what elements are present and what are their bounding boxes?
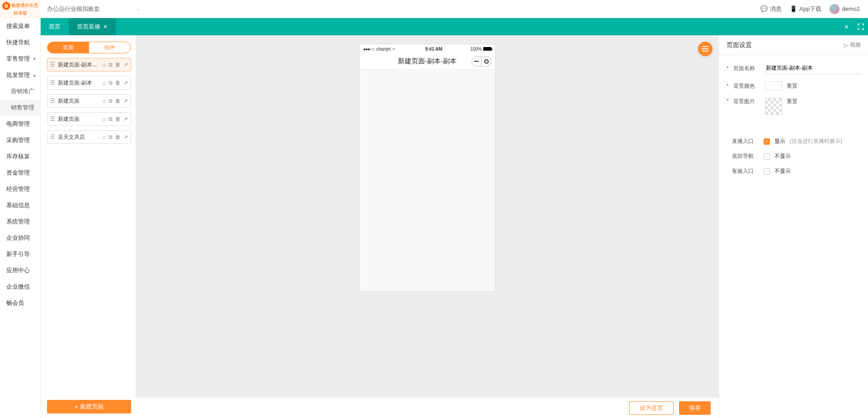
sidebar-item-appcenter[interactable]: 应用中心 xyxy=(0,262,40,279)
delete-icon[interactable]: 🗑 xyxy=(115,80,121,86)
more-icon[interactable]: ••• xyxy=(472,57,481,66)
home-icon[interactable]: ⌂ xyxy=(103,62,106,68)
drag-icon[interactable]: ☰ xyxy=(50,62,55,68)
reset-bg-image[interactable]: 重置 xyxy=(787,98,797,105)
live-show-label: 显示 xyxy=(774,138,785,145)
settings-body: * 页面名称 * 背景颜色 重置 * 背景图片 重置 直播入口 ✓ 显示 xyxy=(719,55,868,182)
topbar-right: 💬 消息 📱 App下载 demo2 xyxy=(760,4,868,14)
tabstrip-close-button[interactable]: ✕ xyxy=(839,18,854,35)
home-icon[interactable]: ⌂ xyxy=(103,134,106,140)
delete-icon[interactable]: 🗑 xyxy=(115,134,121,140)
settings-panel: 页面设置 ▷ 视频 * 页面名称 * 背景颜色 重置 * 背景图片 xyxy=(719,35,868,418)
app-download-button[interactable]: 📱 App下载 xyxy=(790,5,821,13)
fullscreen-button[interactable] xyxy=(854,18,868,35)
sidebar-item-retail[interactable]: 零售管理 xyxy=(0,51,40,67)
messages-button[interactable]: 💬 消息 xyxy=(760,5,782,13)
required-mark: * xyxy=(726,65,729,71)
copy-icon[interactable]: ⧉ xyxy=(108,98,113,104)
new-page-button[interactable]: + 新建页面 xyxy=(47,400,131,413)
sidebar-item-ecommerce[interactable]: 电商管理 xyxy=(0,116,40,132)
brand-name: 畅捷通好生意 xyxy=(11,2,38,9)
tab-home[interactable]: 首页 xyxy=(41,18,69,35)
sidebar-item-newbie[interactable]: 新手引导 xyxy=(0,246,40,262)
drag-icon[interactable]: ☰ xyxy=(50,116,55,122)
home-icon[interactable]: ⌂ xyxy=(103,98,106,104)
share-icon[interactable]: ↗ xyxy=(123,116,128,122)
battery: 100% xyxy=(470,47,491,52)
page-row[interactable]: ☰ 新建页面 ⌂ ⧉ 🗑 ↗ xyxy=(47,94,131,108)
label-cs-entry: 客服入口 xyxy=(732,167,759,175)
video-help-button[interactable]: ▷ 视频 xyxy=(844,41,861,49)
phone-page-title: 新建页面-副本-副本 xyxy=(398,57,457,66)
drag-icon[interactable]: ☰ xyxy=(50,98,55,104)
sidebar-item-purchase[interactable]: 采购管理 xyxy=(0,132,40,148)
page-list-panel: 页面 组件 ☰ 新建页面-副本... ⌂ ⧉ 🗑 ↗ ☰ 新建页面-副本 ⌂ ⧉… xyxy=(41,35,136,418)
chevron-down-icon: ⌄ xyxy=(136,6,140,12)
share-icon[interactable]: ↗ xyxy=(123,62,128,68)
page-name-input[interactable] xyxy=(765,62,861,74)
target-icon[interactable] xyxy=(481,57,491,66)
reset-bg-color[interactable]: 重置 xyxy=(787,82,797,90)
page-row[interactable]: ☰ 新建页面 ⌂ ⧉ 🗑 ↗ xyxy=(47,112,131,126)
sidebar-item-quicknav[interactable]: 快捷导航 xyxy=(0,34,40,51)
set-home-button[interactable]: 设为首页 xyxy=(629,401,674,415)
user-menu[interactable]: demo2 xyxy=(830,4,860,14)
sidebar-item-member[interactable]: 畅会员 xyxy=(0,295,40,311)
settings-title: 页面设置 xyxy=(726,41,752,49)
home-icon[interactable]: ⌂ xyxy=(103,80,106,86)
copy-icon[interactable]: ⧉ xyxy=(108,80,113,86)
phone-body[interactable] xyxy=(359,70,495,291)
account-select[interactable]: 办公品行业模拟账套 ⌄ xyxy=(47,5,140,13)
required-mark: * xyxy=(726,98,729,104)
delete-icon[interactable]: 🗑 xyxy=(115,98,121,104)
label-bottom-nav: 底部导航 xyxy=(732,152,759,160)
app-download-label: App下载 xyxy=(799,5,821,13)
delete-icon[interactable]: 🗑 xyxy=(115,116,121,122)
sidebar-item-sales[interactable]: 销售管理 xyxy=(0,100,40,116)
sidebar-item-inventory[interactable]: 库存核算 xyxy=(0,148,40,165)
sidebar-item-marketing[interactable]: 营销推广 xyxy=(0,83,40,100)
brand-logo[interactable]: b 畅捷通好生意 标准版 xyxy=(0,0,41,18)
sidebar-item-basicinfo[interactable]: 基础信息 xyxy=(0,197,40,214)
sidebar-item-system[interactable]: 系统管理 xyxy=(0,214,40,230)
drag-icon[interactable]: ☰ xyxy=(50,80,55,86)
share-icon[interactable]: ↗ xyxy=(123,98,128,104)
sidebar-item-operation[interactable]: 经营管理 xyxy=(0,181,40,197)
canvas[interactable]: ●●●○○ chanjet ᯤ 9:41 AM 100% 新建页面-副本-副本 … xyxy=(136,35,719,418)
save-button[interactable]: 保存 xyxy=(679,401,711,415)
copy-icon[interactable]: ⧉ xyxy=(108,116,113,122)
battery-icon xyxy=(483,47,491,51)
brand-icon: b xyxy=(2,2,10,10)
segment-pages[interactable]: 页面 xyxy=(47,42,89,53)
username: demo2 xyxy=(842,5,860,12)
checkbox-cs-entry[interactable] xyxy=(764,168,770,175)
segment-components[interactable]: 组件 xyxy=(89,42,131,53)
close-icon[interactable]: ✕ xyxy=(103,24,108,30)
share-icon[interactable]: ↗ xyxy=(123,134,128,140)
sidebar-item-wholesale[interactable]: 批发管理 xyxy=(0,67,40,83)
copy-icon[interactable]: ⧉ xyxy=(108,62,113,68)
delete-icon[interactable]: 🗑 xyxy=(115,62,121,68)
checkbox-live-show[interactable]: ✓ xyxy=(764,138,770,145)
home-icon[interactable]: ⌂ xyxy=(103,116,106,122)
drag-icon[interactable]: ☰ xyxy=(50,134,55,140)
bg-image-swatch[interactable] xyxy=(765,98,782,115)
bottom-nav-notshow: 不显示 xyxy=(774,152,791,160)
page-row[interactable]: ☰ 新建页面-副本... ⌂ ⧉ 🗑 ↗ xyxy=(47,58,131,71)
bg-color-swatch[interactable] xyxy=(765,81,782,90)
tab-page-design[interactable]: 首页装修 ✕ xyxy=(69,18,116,35)
checkbox-bottom-nav[interactable] xyxy=(764,153,770,160)
page-row[interactable]: ☰ 新建页面-副本 ⌂ ⧉ 🗑 ↗ xyxy=(47,76,131,90)
sidebar-item-finance[interactable]: 资金管理 xyxy=(0,165,40,181)
sidebar-item-search[interactable]: 搜索菜单 xyxy=(0,18,40,34)
copy-icon[interactable]: ⧉ xyxy=(108,134,113,140)
carrier: chanjet xyxy=(376,47,391,52)
share-icon[interactable]: ↗ xyxy=(123,80,128,86)
row-live-entry: 直播入口 ✓ 显示 (仅当进行直播时展示) xyxy=(726,138,861,145)
main: 页面 组件 ☰ 新建页面-副本... ⌂ ⧉ 🗑 ↗ ☰ 新建页面-副本 ⌂ ⧉… xyxy=(41,35,868,418)
sidebar-item-wecom[interactable]: 企业微信 xyxy=(0,279,40,295)
sidebar-item-collab[interactable]: 企业协同 xyxy=(0,230,40,246)
toggle-panels-button[interactable] xyxy=(698,42,712,56)
phone-icon: 📱 xyxy=(790,5,797,12)
page-row[interactable]: ☰ 吴天文具店 ⌂ ⧉ 🗑 ↗ xyxy=(47,130,131,144)
